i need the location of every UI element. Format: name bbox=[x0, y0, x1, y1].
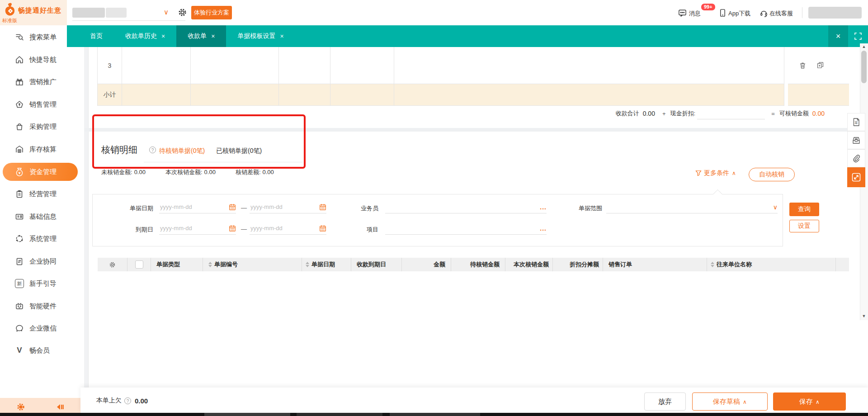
auto-writeoff-button[interactable]: 自动核销 bbox=[749, 168, 795, 181]
online-service-link[interactable]: 在线客服 bbox=[769, 9, 793, 18]
sidebar-item-marketing[interactable]: 营销推广 bbox=[0, 73, 80, 91]
grid-row-3[interactable]: 3 bbox=[97, 47, 784, 84]
col-discount-share[interactable]: 折扣分摊额 bbox=[553, 258, 603, 271]
tab-receipt-active[interactable]: 收款单 × bbox=[176, 25, 226, 47]
app-logo[interactable]: 畅捷通好生意 标准版 bbox=[0, 0, 67, 25]
salesman-field[interactable]: ... bbox=[385, 201, 547, 213]
doc-scope-select[interactable]: ∨ bbox=[606, 201, 778, 213]
col-amount[interactable]: 金额 bbox=[402, 258, 451, 271]
close-tabs-button[interactable]: × bbox=[828, 25, 848, 47]
salesman-input[interactable] bbox=[385, 203, 540, 211]
ellipsis-picker-icon[interactable]: ... bbox=[540, 225, 547, 232]
doc-date-to-input[interactable] bbox=[250, 203, 317, 211]
message-icon[interactable] bbox=[678, 9, 687, 17]
select-all-checkbox[interactable] bbox=[135, 260, 143, 269]
grid-subtotal-actions bbox=[788, 84, 849, 106]
col-partner-name[interactable]: 往来单位名称 bbox=[707, 258, 836, 271]
ellipsis-picker-icon[interactable]: ... bbox=[540, 203, 547, 211]
discard-button[interactable]: 放弃 bbox=[644, 392, 686, 411]
project-field[interactable]: ... bbox=[385, 222, 547, 235]
more-filters-toggle[interactable]: 更多条件 ∧ bbox=[695, 169, 736, 177]
close-icon[interactable]: × bbox=[280, 33, 283, 40]
sidebar-item-quick-nav[interactable]: 快捷导航 bbox=[0, 51, 80, 69]
col-pending-amount[interactable]: 待核销金额 bbox=[451, 258, 505, 271]
salesman-label: 业务员 bbox=[358, 204, 378, 213]
doc-date-from-input[interactable] bbox=[159, 203, 227, 211]
id-card-icon bbox=[15, 212, 24, 221]
chevron-down-icon[interactable]: ∨ bbox=[773, 203, 778, 211]
trial-industry-button[interactable]: 体验行业方案 bbox=[191, 6, 232, 19]
sidebar-settings-gear-icon[interactable] bbox=[16, 402, 25, 411]
expand-fullscreen-button[interactable] bbox=[847, 167, 865, 187]
chevron-down-icon[interactable]: ∨ bbox=[164, 8, 169, 16]
due-date-to-field[interactable] bbox=[250, 222, 326, 235]
doc-scope-input[interactable] bbox=[606, 203, 773, 211]
due-date-from-input[interactable] bbox=[159, 224, 227, 232]
cash-discount-input[interactable] bbox=[697, 108, 765, 119]
sidebar-item-smart-hardware[interactable]: 智能硬件 bbox=[0, 297, 80, 315]
close-icon[interactable]: × bbox=[161, 33, 165, 40]
col-current-amount[interactable]: 本次核销金额 bbox=[505, 258, 553, 271]
query-button[interactable]: 查询 bbox=[789, 203, 819, 216]
column-gear-icon[interactable] bbox=[109, 261, 116, 268]
settings-gear-icon[interactable] bbox=[178, 8, 187, 17]
tab-home[interactable]: 首页 bbox=[79, 25, 114, 47]
col-sales-order[interactable]: 销售订单 bbox=[603, 258, 707, 271]
sidebar-item-menu-search[interactable]: 搜索菜单 bbox=[0, 28, 80, 46]
calendar-icon[interactable] bbox=[319, 203, 326, 211]
due-date-to-input[interactable] bbox=[250, 224, 317, 232]
help-question-icon[interactable]: ? bbox=[124, 397, 131, 404]
col-due-date[interactable]: 收款到期日 bbox=[351, 258, 402, 271]
col-doc-type[interactable]: 单据类型 bbox=[151, 258, 203, 271]
sidebar-item-system[interactable]: 系统管理 bbox=[0, 230, 80, 248]
doc-date-from-field[interactable] bbox=[159, 201, 236, 213]
delete-row-icon[interactable] bbox=[799, 61, 807, 69]
tab-template-settings[interactable]: 单据模板设置 × bbox=[226, 25, 295, 47]
close-icon[interactable]: × bbox=[211, 33, 215, 40]
draft-list-button[interactable]: 草 bbox=[847, 113, 865, 131]
project-input[interactable] bbox=[385, 224, 540, 232]
tab-pending-writeoff[interactable]: 待核销单据(0笔) bbox=[159, 147, 205, 155]
sort-icon[interactable] bbox=[711, 262, 714, 267]
app-download-link[interactable]: App下载 bbox=[728, 9, 750, 18]
due-date-from-field[interactable] bbox=[159, 222, 236, 235]
phone-icon[interactable] bbox=[718, 9, 727, 17]
doc-date-label: 单据日期 bbox=[127, 204, 153, 213]
save-button[interactable]: 保存∧ bbox=[773, 392, 846, 411]
sidebar-item-operations[interactable]: 经营管理 bbox=[0, 185, 80, 203]
col-doc-number[interactable]: 单据编号 bbox=[203, 258, 302, 271]
sidebar-item-inventory[interactable]: 库存核算 bbox=[0, 140, 80, 158]
copy-add-row-icon[interactable] bbox=[816, 61, 824, 69]
headset-icon[interactable] bbox=[760, 9, 768, 17]
calendar-icon[interactable] bbox=[229, 225, 236, 232]
sidebar-item-funds[interactable]: 资金管理 bbox=[3, 163, 78, 181]
template-tray-button[interactable] bbox=[847, 131, 865, 149]
sidebar-item-collaboration[interactable]: 企业协同 bbox=[0, 252, 80, 270]
sidebar-item-base-info[interactable]: 基础信息 bbox=[0, 208, 80, 226]
sidebar-item-wechat-work[interactable]: 企业微信 bbox=[0, 319, 80, 337]
save-draft-button[interactable]: 保存草稿∧ bbox=[692, 392, 768, 411]
attachment-button[interactable] bbox=[847, 149, 865, 167]
sidebar-item-sales[interactable]: 销售管理 bbox=[0, 95, 80, 113]
scroll-up-icon[interactable]: ▲ bbox=[861, 44, 867, 49]
col-filler bbox=[836, 258, 849, 271]
help-question-icon[interactable]: ? bbox=[149, 147, 156, 153]
tab-settled-writeoff[interactable]: 已核销单据(0笔) bbox=[216, 147, 262, 155]
sidebar-item-newbie-guide[interactable]: 新 新手引导 bbox=[0, 274, 80, 293]
select-all-cell bbox=[127, 258, 151, 271]
tab-receipt-history[interactable]: 收款单历史 × bbox=[114, 25, 176, 47]
settings-button[interactable]: 设置 bbox=[789, 220, 819, 232]
sidebar-item-purchase[interactable]: 采购管理 bbox=[0, 118, 80, 136]
col-doc-date[interactable]: 单据日期 bbox=[302, 258, 351, 271]
sort-icon[interactable] bbox=[306, 262, 309, 267]
scroll-down-icon[interactable]: ▼ bbox=[861, 314, 867, 318]
messages-link[interactable]: 消息 bbox=[689, 9, 701, 18]
doc-date-to-field[interactable] bbox=[250, 201, 326, 213]
redacted-user-account[interactable] bbox=[808, 7, 862, 19]
calendar-icon[interactable] bbox=[319, 225, 326, 232]
collapse-sidebar-icon[interactable] bbox=[55, 402, 64, 411]
scrollbar-thumb[interactable] bbox=[861, 51, 867, 83]
calendar-icon[interactable] bbox=[229, 203, 236, 211]
sort-icon[interactable] bbox=[208, 262, 212, 267]
sidebar-item-member[interactable]: V 畅会员 bbox=[0, 341, 80, 359]
